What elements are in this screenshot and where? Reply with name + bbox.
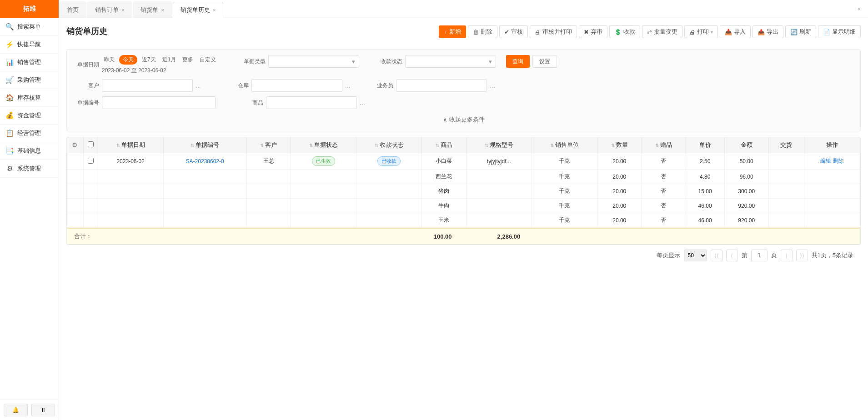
date-btn-1month[interactable]: 近1月 bbox=[161, 55, 178, 65]
td-goods: 玉米 bbox=[422, 213, 466, 228]
payment-status-select[interactable]: ▾ bbox=[405, 55, 496, 68]
goods-dots-icon[interactable]: ... bbox=[360, 99, 365, 106]
docno-input[interactable] bbox=[102, 96, 216, 109]
show-detail-button[interactable]: 📄 显示明细 bbox=[818, 25, 861, 38]
th-payment-status[interactable]: 收款状态 bbox=[356, 137, 422, 153]
batch-change-button[interactable]: ⇄ 批量变更 bbox=[642, 25, 682, 38]
th-settings[interactable]: ⚙ bbox=[67, 137, 83, 153]
sidebar-pause-btn[interactable]: ⏸ bbox=[31, 404, 55, 416]
action-link[interactable]: 删除 bbox=[833, 157, 844, 165]
close-icon[interactable]: × bbox=[121, 7, 124, 13]
td-doc-no bbox=[163, 213, 246, 228]
export-button[interactable]: 📤 导出 bbox=[753, 25, 783, 38]
th-doc-date[interactable]: 单据日期 bbox=[98, 137, 163, 153]
td-doc-date bbox=[98, 199, 163, 213]
date-btn-yesterday[interactable]: 昨天 bbox=[102, 55, 116, 65]
th-gift[interactable]: 赠品 bbox=[642, 137, 686, 153]
th-spec[interactable]: 规格型号 bbox=[466, 137, 532, 153]
delete-button[interactable]: 🗑 删除 bbox=[468, 25, 497, 38]
th-action: 操作 bbox=[804, 137, 860, 153]
doc-no-link[interactable]: SA-20230602-0 bbox=[186, 158, 224, 165]
tab-sales-order[interactable]: 销售订单 × bbox=[87, 1, 132, 18]
collapse-filter-btn[interactable]: ∧ 收起更多条件 bbox=[74, 114, 853, 125]
cart-icon: 🛒 bbox=[5, 76, 14, 84]
settings-button[interactable]: 设置 bbox=[532, 55, 557, 68]
th-doc-status[interactable]: 单据状态 bbox=[291, 137, 356, 153]
th-unit[interactable]: 销售单位 bbox=[532, 137, 597, 153]
tab-home[interactable]: 首页 bbox=[59, 1, 86, 18]
th-checkbox bbox=[83, 137, 98, 153]
td-qty: 20.00 bbox=[597, 170, 642, 184]
home-icon: 🏠 bbox=[5, 94, 14, 102]
th-qty[interactable]: 数量 bbox=[597, 137, 642, 153]
table-settings-icon[interactable]: ⚙ bbox=[72, 141, 78, 149]
th-doc-no[interactable]: 单据编号 bbox=[163, 137, 246, 153]
th-customer[interactable]: 客户 bbox=[246, 137, 291, 153]
prev-page-button[interactable]: ⟨ bbox=[726, 250, 738, 261]
sidebar-item-inventory[interactable]: 🏠 库存核算 bbox=[0, 89, 59, 107]
date-range-display: 2023-06-02 至 2023-06-02 bbox=[102, 67, 218, 75]
date-btn-7days[interactable]: 近7天 bbox=[140, 55, 158, 65]
action-link[interactable]: 编辑 bbox=[820, 157, 831, 165]
warehouse-input[interactable] bbox=[251, 79, 342, 92]
sidebar-item-sales-mgmt[interactable]: 📊 销售管理 bbox=[0, 54, 59, 71]
sidebar-item-search-menu[interactable]: 🔍 搜索菜单 bbox=[0, 18, 59, 36]
td-payment-status bbox=[356, 184, 422, 199]
salesman-input[interactable] bbox=[396, 79, 487, 92]
sidebar-item-system-mgmt[interactable]: ⚙ 系统管理 bbox=[0, 160, 59, 178]
sidebar-item-finance[interactable]: 💰 资金管理 bbox=[0, 107, 59, 125]
salesman-dots-icon[interactable]: ... bbox=[490, 82, 495, 89]
doc-type-select[interactable]: ▾ bbox=[268, 55, 359, 68]
sidebar-item-operations[interactable]: 📋 经营管理 bbox=[0, 125, 59, 142]
date-btn-today[interactable]: 今天 bbox=[119, 55, 137, 65]
td-trade bbox=[768, 170, 804, 184]
sidebar-item-quick-nav[interactable]: ⚡ 快捷导航 bbox=[0, 36, 59, 54]
filter-payment-item: 收款状态 ▾ 查询 设置 bbox=[377, 55, 557, 68]
select-all-checkbox[interactable] bbox=[88, 141, 94, 147]
audit-button[interactable]: ✔ 审核 bbox=[499, 25, 528, 38]
refresh-button[interactable]: 🔄 刷新 bbox=[785, 25, 816, 38]
page-number-input[interactable] bbox=[751, 250, 768, 261]
close-icon[interactable]: × bbox=[213, 7, 216, 13]
next-page-button[interactable]: ⟩ bbox=[781, 250, 793, 261]
th-goods[interactable]: 商品 bbox=[422, 137, 466, 153]
chart-icon: 📊 bbox=[5, 58, 14, 66]
row-checkbox[interactable] bbox=[88, 158, 94, 164]
close-all-tabs[interactable]: × bbox=[854, 4, 864, 14]
abandon-button[interactable]: ✖ 弃审 bbox=[579, 25, 607, 38]
warehouse-dots-icon[interactable]: ... bbox=[345, 82, 351, 89]
sidebar: 拓维 🔍 搜索菜单 ⚡ 快捷导航 📊 销售管理 🛒 采购管理 🏠 库存核算 💰 … bbox=[0, 0, 59, 420]
first-page-button[interactable]: ⟨⟨ bbox=[711, 250, 722, 261]
sidebar-item-purchase-mgmt[interactable]: 🛒 采购管理 bbox=[0, 71, 59, 89]
import-button[interactable]: 📥 导入 bbox=[720, 25, 751, 38]
date-btn-more[interactable]: 更多 bbox=[181, 55, 195, 65]
td-trade bbox=[768, 199, 804, 213]
customer-input[interactable] bbox=[102, 79, 193, 92]
audit-print-button[interactable]: 🖨 审核并打印 bbox=[530, 25, 577, 38]
filter-goods-item: 商品 ... bbox=[238, 96, 365, 109]
td-doc-status bbox=[291, 213, 356, 228]
print-button[interactable]: 🖨 打印 ▾ bbox=[684, 25, 718, 38]
td-doc-status bbox=[291, 199, 356, 213]
td-checkbox bbox=[83, 199, 98, 213]
goods-input[interactable] bbox=[266, 96, 357, 109]
td-price: 46.00 bbox=[686, 199, 724, 213]
customer-dots-icon[interactable]: ... bbox=[196, 82, 201, 89]
add-button[interactable]: + 新增 bbox=[439, 25, 466, 38]
query-button[interactable]: 查询 bbox=[506, 55, 530, 68]
sidebar-notify-btn[interactable]: 🔔 bbox=[4, 404, 28, 416]
document-icon: 📑 bbox=[5, 147, 14, 155]
collect-button[interactable]: 💲 收款 bbox=[609, 25, 640, 38]
td-unit: 千克 bbox=[532, 170, 597, 184]
sidebar-bottom: 🔔 ⏸ bbox=[0, 400, 59, 420]
chevron-up-icon: ∧ bbox=[443, 116, 447, 123]
tab-sales-history[interactable]: 销货单历史 × bbox=[173, 2, 223, 18]
sidebar-item-basic-info[interactable]: 📑 基础信息 bbox=[0, 142, 59, 160]
date-btn-custom[interactable]: 自定义 bbox=[198, 55, 218, 65]
last-page-button[interactable]: ⟩⟩ bbox=[796, 250, 808, 261]
page-size-select[interactable]: 50 20 100 200 bbox=[684, 250, 707, 261]
dropdown-arrow-icon[interactable]: ▾ bbox=[711, 30, 713, 35]
tab-sales-goods[interactable]: 销货单 × bbox=[133, 1, 171, 18]
close-icon[interactable]: × bbox=[161, 7, 164, 13]
td-spec bbox=[466, 170, 532, 184]
